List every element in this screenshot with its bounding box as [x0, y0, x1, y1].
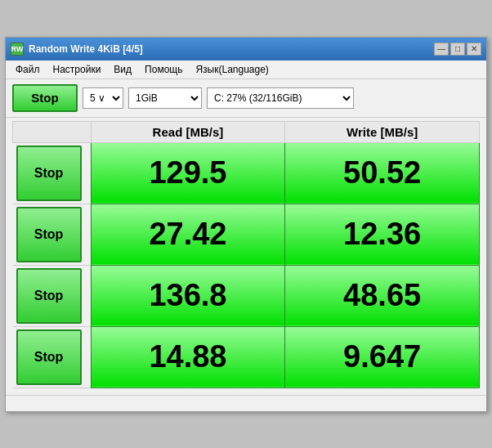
read-value-row-1: 27.42: [91, 204, 285, 265]
stop-button-row-1[interactable]: Stop: [16, 207, 82, 262]
read-value-row-3: 14.88: [91, 326, 285, 388]
table-row: Stop136.848.65: [13, 265, 480, 326]
write-value-row-3: 9.647: [285, 326, 480, 388]
col-write-header: Write [MB/s]: [285, 121, 480, 142]
stop-button-row-3[interactable]: Stop: [16, 329, 82, 385]
table-row: Stop14.889.647: [13, 326, 480, 388]
minimize-button[interactable]: —: [434, 43, 449, 56]
window-controls: — □ ✕: [434, 43, 481, 56]
table-row: Stop129.550.52: [13, 142, 480, 204]
results-table: Read [MB/s] Write [MB/s] Stop129.550.52S…: [12, 121, 480, 388]
menu-view[interactable]: Вид: [107, 62, 138, 77]
app-icon: RW: [11, 43, 24, 56]
queue-depth-select[interactable]: 5 ∨: [83, 87, 123, 109]
read-value-row-2: 136.8: [91, 265, 285, 326]
menu-bar: Файл Настройки Вид Помощь Язык(Language): [6, 60, 486, 79]
table-row: Stop27.4212.36: [13, 204, 480, 265]
menu-file[interactable]: Файл: [9, 62, 47, 77]
menu-language[interactable]: Язык(Language): [189, 62, 275, 77]
drive-select[interactable]: C: 27% (32/116GiB): [207, 87, 354, 109]
toolbar-stop-button[interactable]: Stop: [12, 84, 78, 112]
menu-settings[interactable]: Настройки: [47, 62, 108, 77]
read-value-row-0: 129.5: [91, 142, 285, 204]
size-select[interactable]: 1GiB: [128, 87, 202, 109]
main-window: RW Random Write 4KiB [4/5] — □ ✕ Файл На…: [5, 37, 487, 412]
stop-button-row-0[interactable]: Stop: [16, 146, 82, 201]
close-button[interactable]: ✕: [467, 43, 481, 56]
col-read-header: Read [MB/s]: [91, 121, 285, 142]
col-stop-header: [13, 121, 92, 142]
write-value-row-0: 50.52: [285, 142, 480, 204]
maximize-button[interactable]: □: [450, 43, 465, 56]
write-value-row-2: 48.65: [285, 265, 480, 326]
title-bar: RW Random Write 4KiB [4/5] — □ ✕: [6, 38, 486, 60]
menu-help[interactable]: Помощь: [138, 62, 189, 77]
status-bar: [6, 395, 486, 411]
toolbar: Stop 5 ∨ 1GiB C: 27% (32/116GiB): [6, 79, 486, 118]
window-title: Random Write 4KiB [4/5]: [29, 43, 143, 55]
stop-button-row-2[interactable]: Stop: [16, 268, 82, 324]
write-value-row-1: 12.36: [285, 204, 480, 265]
content-area: Read [MB/s] Write [MB/s] Stop129.550.52S…: [6, 118, 486, 395]
